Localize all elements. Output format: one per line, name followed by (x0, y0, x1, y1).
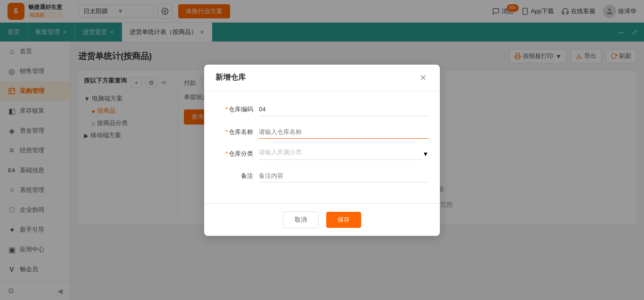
modal-footer: 取消 保存 (204, 203, 440, 236)
code-label: 仓库编码 (215, 105, 253, 114)
save-button[interactable]: 保存 (326, 212, 361, 228)
name-label: 仓库名称 (215, 128, 253, 136)
category-select[interactable]: 请输入所属分类 ▼ (259, 148, 429, 160)
name-input[interactable] (259, 125, 429, 139)
modal-body: 仓库编码 仓库名称 仓库分类 请输入所属分类 ▼ 备注 (204, 92, 440, 203)
remark-label: 备注 (215, 172, 253, 180)
cancel-button[interactable]: 取消 (283, 211, 319, 228)
form-row-name: 仓库名称 (215, 125, 429, 139)
modal-title: 新增仓库 (215, 73, 246, 83)
category-select-arrow-icon: ▼ (422, 150, 429, 158)
category-placeholder: 请输入所属分类 (259, 148, 422, 160)
category-label: 仓库分类 (215, 150, 253, 158)
form-row-code: 仓库编码 (215, 103, 429, 116)
code-input[interactable] (259, 103, 429, 116)
remark-input[interactable] (259, 169, 429, 183)
form-row-remark: 备注 (215, 169, 429, 183)
modal-close-button[interactable]: ✕ (417, 72, 429, 83)
modal-overlay[interactable]: 新增仓库 ✕ 仓库编码 仓库名称 仓库分类 请输入所属分类 ▼ (0, 0, 644, 300)
modal-header: 新增仓库 ✕ (204, 65, 440, 92)
form-row-category: 仓库分类 请输入所属分类 ▼ (215, 148, 429, 160)
modal-add-warehouse: 新增仓库 ✕ 仓库编码 仓库名称 仓库分类 请输入所属分类 ▼ (204, 65, 440, 236)
